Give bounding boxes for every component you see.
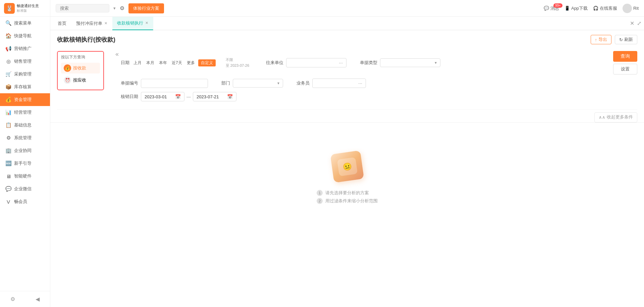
sidebar-bottom: ⚙ ◀ — [0, 291, 50, 307]
staff-select[interactable]: ··· — [312, 79, 366, 88]
expand-icon[interactable]: ⤢ — [637, 20, 641, 27]
dept-select[interactable]: ▾ — [233, 79, 283, 88]
counterpart-select[interactable]: ··· — [286, 58, 346, 67]
tab-bar-actions: ✕ ⤢ — [630, 20, 641, 27]
filter-by-receivable[interactable]: ⏰ 按应收 — [61, 75, 100, 86]
receivable-icon: ⏰ — [64, 76, 71, 84]
user-avatar-area[interactable]: Rit — [623, 4, 639, 13]
filter-by-receipt-label: 按收款 — [73, 65, 86, 71]
sidebar-item-wechat[interactable]: 💬 企业微信 — [0, 183, 50, 195]
query-actions: 查询 设置 — [613, 51, 637, 74]
message-btn[interactable]: 💬 消息 99+ — [544, 5, 559, 11]
service-icon: 🎧 — [593, 6, 598, 11]
date-this-year[interactable]: 本年 — [158, 59, 168, 66]
header-search-input[interactable] — [56, 4, 109, 12]
sidebar-item-basic[interactable]: 📋 基础信息 — [0, 119, 50, 132]
date-last-month[interactable]: 上月 — [132, 59, 143, 66]
inventory-icon: 📦 — [5, 84, 11, 90]
filter-by-receipt[interactable]: 💰 按收款 — [61, 63, 100, 73]
sidebar-item-purchase[interactable]: 🛒 采购管理 — [0, 68, 50, 81]
tab-receipt-label: 收款核销执行 — [117, 20, 143, 26]
app-download-btn[interactable]: 📱 App下载 — [565, 5, 588, 11]
filter-divider: ∧∧ 收起更多条件 — [57, 109, 637, 122]
query-button[interactable]: 查询 — [613, 51, 637, 62]
export-button[interactable]: ↑ 导出 — [591, 35, 612, 44]
collapse-conditions-btn[interactable]: ∧∧ 收起更多条件 — [594, 112, 637, 122]
sidebar-item-hardware[interactable]: 🖥 智能硬件 — [0, 170, 50, 183]
sidebar-label-member: 畅会员 — [14, 199, 27, 205]
date-custom-tag[interactable]: 自定义 — [198, 59, 216, 66]
staff-ellipsis[interactable]: ··· — [358, 81, 362, 86]
page-content: 收款核销执行(按收款) ↑ 导出 ↻ 刷新 — [50, 30, 644, 307]
sidebar-item-system[interactable]: ⚙ 系统管理 — [0, 132, 50, 144]
sidebar-item-marketing[interactable]: 📢 营销推广 — [0, 42, 50, 55]
date-separator: — — [186, 94, 191, 99]
sidebar-label-system: 系统管理 — [14, 135, 32, 141]
tab-prepay-close[interactable]: ✕ — [104, 21, 107, 25]
service-btn[interactable]: 🎧 在线客服 — [593, 5, 617, 11]
chevron-down-icon[interactable]: ▾ — [113, 6, 116, 11]
industry-btn[interactable]: 体验行业方案 — [128, 3, 164, 13]
filter-type-box: 按以下方查询 💰 按收款 ⏰ 按应收 — [57, 51, 104, 90]
filter-row-3: 核销日期 2023-03-01 📅 — 2023-07-21 — [121, 92, 637, 101]
empty-face-emoji: 😐 — [342, 161, 352, 171]
counterpart-field: 往来单位 ··· — [266, 58, 346, 67]
tab-receipt-close[interactable]: ✕ — [145, 21, 148, 25]
setting-button[interactable]: 设置 — [613, 64, 637, 74]
main-content: ▾ ⚙ 体验行业方案 💬 消息 99+ 📱 App下载 🎧 在线客服 Rit — [50, 0, 644, 307]
filter-collapse-icon[interactable]: « — [113, 51, 121, 57]
tab-home[interactable]: 首页 — [53, 17, 71, 30]
member-icon: V — [5, 199, 11, 205]
dept-field: 部门 ▾ — [221, 79, 283, 88]
refresh-button[interactable]: ↻ 刷新 — [615, 35, 637, 44]
sidebar-logo: 🐰 畅捷通好生意 标准版 — [0, 0, 50, 17]
guide-icon: 🆕 — [5, 160, 11, 166]
verify-date-end-input[interactable]: 2023-07-21 📅 — [193, 92, 236, 101]
counterpart-label: 往来单位 — [266, 60, 283, 66]
settings-bottom-icon[interactable]: ⚙ — [8, 294, 17, 304]
logo-name: 畅捷通好生意 — [17, 3, 39, 8]
doc-no-input[interactable] — [141, 79, 208, 88]
empty-tip-1: 1 请先选择要分析的方案 — [317, 190, 378, 196]
staff-field: 业务员 ··· — [297, 79, 366, 88]
filter-row-2: 单据编号 部门 ▾ 业务员 — [121, 79, 637, 88]
doc-no-label: 单据编号 — [121, 80, 138, 86]
sidebar-item-sales[interactable]: ◎ 销售管理 — [0, 55, 50, 68]
date-this-month[interactable]: 本月 — [145, 59, 156, 66]
sidebar-item-enterprise[interactable]: 🏢 企业协同 — [0, 144, 50, 157]
sidebar-item-operation[interactable]: 📊 经营管理 — [0, 106, 50, 119]
staff-label: 业务员 — [297, 80, 310, 86]
sidebar-item-finance[interactable]: 💰 资金管理 — [0, 93, 50, 106]
sidebar-item-search[interactable]: 🔍 搜索菜单 — [0, 17, 50, 30]
verify-date-start-value: 2023-03-01 — [145, 94, 167, 99]
dept-arrow: ▾ — [277, 81, 279, 86]
counterpart-ellipsis[interactable]: ··· — [339, 60, 343, 65]
close-all-icon[interactable]: ✕ — [630, 20, 634, 27]
filter-type-title: 按以下方查询 — [61, 54, 100, 60]
export-label: 导出 — [598, 37, 607, 43]
tip-num-1: 1 — [317, 190, 323, 196]
date-more[interactable]: 更多 — [185, 59, 196, 66]
tab-prepay[interactable]: 预付冲应付单 ✕ — [71, 17, 112, 30]
collapse-up-icon: ∧∧ — [599, 115, 605, 120]
system-icon: ⚙ — [5, 135, 11, 141]
calendar-end-icon: 📅 — [227, 94, 233, 99]
empty-tip-2: 2 用过滤条件来缩小分析范围 — [317, 198, 378, 204]
date-7days[interactable]: 近7天 — [170, 59, 183, 66]
sidebar-item-inventory[interactable]: 📦 库存核算 — [0, 81, 50, 93]
sidebar-item-member[interactable]: V 畅会员 — [0, 195, 50, 208]
gear-icon[interactable]: ⚙ — [120, 5, 124, 11]
sidebar-item-quick[interactable]: 🏠 快捷导航 — [0, 30, 50, 42]
sidebar-item-guide[interactable]: 🆕 新手引导 — [0, 157, 50, 170]
collapse-sidebar-icon[interactable]: ◀ — [34, 294, 42, 304]
sales-icon: ◎ — [5, 58, 11, 64]
logo-tag: 标准版 — [17, 8, 39, 13]
doc-type-select[interactable]: ▾ — [380, 58, 440, 67]
header-left: ▾ ⚙ 体验行业方案 — [56, 3, 164, 13]
sidebar-label-quick: 快捷导航 — [14, 33, 32, 39]
filter-row-1: 日期 上月 本月 本年 近7天 更多 自定义 — [121, 51, 637, 74]
sidebar-label-inventory: 库存核算 — [14, 84, 32, 90]
tab-receipt[interactable]: 收款核销执行 ✕ — [112, 17, 153, 30]
verify-date-start-input[interactable]: 2023-03-01 📅 — [141, 92, 184, 101]
finance-icon: 💰 — [5, 97, 11, 103]
